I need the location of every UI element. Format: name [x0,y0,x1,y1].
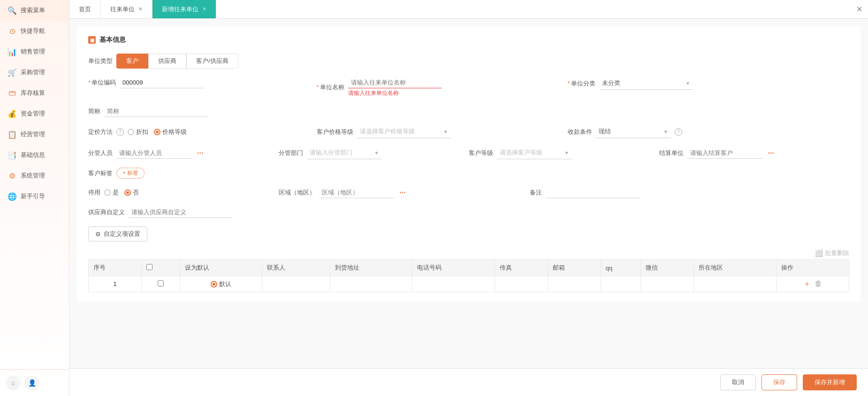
customer-level-label: 客户等级 [469,149,493,157]
tab-home[interactable]: 首页 [69,0,101,18]
disabled-no-radio[interactable]: 否 [124,188,139,197]
col-qq: qq [601,260,640,276]
sidebar-item-system[interactable]: ⚙ 系统管理 [0,165,69,186]
cancel-button[interactable]: 取消 [720,374,756,390]
manager-more-btn[interactable]: ··· [195,149,205,157]
pricing-help-icon[interactable]: ? [116,128,124,136]
sidebar-item-operations[interactable]: 📋 经营管理 [0,124,69,145]
finance-icon: 💰 [8,109,17,118]
col-email: 邮箱 [548,260,601,276]
sidebar-item-purchase[interactable]: 🛒 采购管理 [0,62,69,83]
sidebar-item-search[interactable]: 🔍 搜索菜单 [0,0,69,21]
department-label: 分管部门 [279,149,303,157]
row-delete-btn[interactable]: 🗑 [814,280,823,288]
payment-terms-help-icon[interactable]: ? [675,128,682,136]
row-shortname: 简称 [88,106,849,117]
sidebar-item-guide[interactable]: 🌐 新手引导 [0,186,69,207]
disabled-yes-radio[interactable]: 是 [104,188,119,197]
short-name-field: 简称 [88,106,207,117]
payment-terms-chevron: ▼ [663,129,668,134]
sidebar-label-inventory: 库存核算 [21,89,45,97]
custom-settings-label: 自定义项设置 [104,230,140,238]
select-all-checkbox[interactable] [146,264,152,270]
remarks-input[interactable] [546,187,640,198]
row-fax [495,276,548,292]
operations-icon: 📋 [8,130,17,139]
custom-settings-area: ⚙ 自定义项设置 [88,226,849,241]
customer-price-level-select[interactable]: 请选择客户价格等级 ▼ [357,125,451,138]
col-phone: 电话号码 [412,260,495,276]
unit-code-input[interactable] [120,77,204,88]
sidebar-label-sales: 销售管理 [21,47,45,56]
sales-icon: 📊 [8,47,17,56]
row-add-btn[interactable]: ＋ [802,279,812,289]
region-input[interactable] [319,187,394,198]
sidebar-label-system: 系统管理 [21,171,45,180]
customer-level-select[interactable]: 请选择客户等级 ▼ [497,147,572,159]
row-address [330,276,412,292]
form-card: ▣ 基本信息 单位类型 客户 供应商 客户/供应商 *单位编码 [77,26,860,302]
sidebar-item-basic[interactable]: 📑 基础信息 [0,145,69,165]
row-region [693,276,776,292]
tab-home-label: 首页 [79,5,91,14]
short-name-input[interactable] [104,106,207,117]
unit-type-row: 单位类型 客户 供应商 客户/供应商 [88,54,849,69]
custom-settings-button[interactable]: ⚙ 自定义项设置 [88,226,147,241]
col-address: 到货地址 [330,260,412,276]
unit-category-chevron: ▼ [685,81,690,86]
add-tag-btn[interactable]: + 标签 [116,168,145,179]
manager-label: 分管人员 [88,149,113,157]
settlement-unit-more-btn[interactable]: ··· [766,149,776,157]
batch-delete-icon: ⬜ [815,249,823,257]
row-checkbox [142,276,180,292]
row-qq [601,276,640,292]
pricing-level-radio[interactable]: 价格等级 [154,128,187,136]
col-no: 序号 [89,260,142,276]
inventory-icon: 🗃 [8,88,17,98]
pricing-level-circle [154,129,160,135]
save-button[interactable]: 保存 [761,374,797,390]
customer-price-level-chevron: ▼ [443,129,448,134]
disabled-radio-group: 是 否 [104,188,139,197]
unit-type-supplier-btn[interactable]: 供应商 [148,54,186,69]
region-more-btn[interactable]: ··· [398,188,408,197]
customer-level-placeholder: 请选择客户等级 [500,148,563,157]
pricing-discount-radio[interactable]: 折扣 [128,128,148,136]
row-default-radio[interactable]: 默认 [185,280,258,288]
sidebar-label-finance: 资金管理 [21,109,45,118]
tab-new-partner[interactable]: 新增往来单位 ✕ [152,0,216,18]
sidebar-item-finance[interactable]: 💰 资金管理 [0,103,69,124]
section-title-text: 基本信息 [99,36,126,44]
batch-delete-label[interactable]: 批量删除 [825,249,849,257]
sidebar-item-quicknav[interactable]: ⊙ 快捷导航 [0,21,69,41]
tab-partners[interactable]: 往来单位 ✕ [101,0,152,18]
tab-partners-close[interactable]: ✕ [138,6,143,12]
settings-gear-icon: ⚙ [95,231,101,238]
unit-category-select[interactable]: 未分类 ▼ [599,77,693,90]
tab-new-partner-close[interactable]: ✕ [202,6,206,12]
tab-close-all-btn[interactable]: ✕ [851,0,868,18]
table-row: 1 默认 [89,276,849,292]
sidebar-item-sales[interactable]: 📊 销售管理 [0,41,69,62]
unit-name-input[interactable] [348,77,442,88]
settlement-unit-input[interactable] [687,148,762,159]
row-select-checkbox[interactable] [158,280,164,287]
save-new-button[interactable]: 保存并新增 [803,374,857,390]
sidebar-user-btn[interactable]: 👤 [24,375,39,390]
unit-type-customer-btn[interactable]: 客户 [116,54,148,69]
payment-terms-value: 现结 [599,127,662,136]
pricing-method-field: 定价方法 ? 折扣 价格等级 [88,128,317,136]
col-checkbox [142,260,180,276]
department-select[interactable]: 请输入分管部门 ▼ [307,147,382,159]
col-region: 所在地区 [693,260,776,276]
supplier-custom-input[interactable] [129,207,232,218]
manager-input[interactable] [116,148,191,159]
sidebar-home-btn[interactable]: ⌂ [6,375,21,390]
payment-terms-select[interactable]: 现结 ▼ [596,125,671,138]
form-content: ▣ 基本信息 单位类型 客户 供应商 客户/供应商 *单位编码 [69,19,868,368]
manager-field: 分管人员 ··· [88,148,279,159]
unit-name-error: 请输入往来单位名称 [348,89,442,97]
supplier-custom-label: 供应商自定义 [88,208,125,217]
unit-type-both-btn[interactable]: 客户/供应商 [186,54,238,69]
sidebar-item-inventory[interactable]: 🗃 库存核算 [0,83,69,103]
